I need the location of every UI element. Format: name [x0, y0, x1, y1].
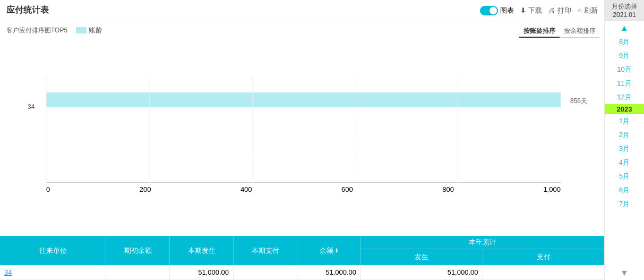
sidebar-month-12[interactable]: 12月 — [605, 90, 644, 104]
td-pay — [234, 265, 297, 279]
th-year-pay: 支付 — [483, 249, 605, 265]
download-label: 下载 — [528, 6, 542, 15]
sidebar-month-1[interactable]: 1月 — [605, 114, 644, 128]
sidebar-month-7[interactable]: 7月 — [605, 197, 644, 211]
table-row: 34 51,000.00 51,000.00 51,00 — [0, 265, 604, 280]
x-label-200: 200 — [140, 185, 151, 193]
td-year-pay — [483, 265, 605, 279]
toggle-switch[interactable] — [480, 6, 498, 15]
grid-line-400 — [252, 77, 253, 183]
sidebar-month-2[interactable]: 2月 — [605, 128, 644, 142]
grid-line-800 — [458, 77, 458, 183]
print-button[interactable]: 🖨 打印 — [548, 6, 571, 15]
sort-tab-balance[interactable]: 按余额排序 — [560, 26, 600, 38]
legend-age-color — [76, 27, 87, 33]
td-period — [106, 265, 170, 279]
sidebar-months: 8月 9月 10月 11月 12月 2023 1月 2月 3月 4月 5月 6月… — [605, 35, 644, 211]
bar-y-label: 34 — [28, 103, 35, 111]
sidebar-month-10[interactable]: 10月 — [605, 63, 644, 77]
th-year-header: 本年累计 — [361, 236, 604, 249]
th-year-subs: 发生 支付 — [361, 249, 604, 265]
download-icon: ⬇ — [520, 6, 526, 14]
sidebar-month-9[interactable]: 9月 — [605, 49, 644, 63]
sidebar-month-3[interactable]: 3月 — [605, 142, 644, 156]
x-label-400: 400 — [241, 185, 252, 193]
x-label-1000: 1,000 — [543, 185, 561, 193]
chart-area: 34 856天 0 200 400 600 800 1,000 — [12, 39, 593, 199]
sort-tabs: 按账龄排序 按余额排序 — [519, 26, 600, 38]
sidebar-month-8[interactable]: 8月 — [605, 35, 644, 49]
balance-sort-icon: ⬇ — [334, 248, 339, 253]
th-pay: 本期支付 — [234, 236, 297, 265]
x-label-800: 800 — [442, 185, 454, 193]
page-title: 应付统计表 — [6, 5, 49, 16]
chart-toggle[interactable]: 图表 — [480, 6, 514, 15]
chart-section: 客户应付排序图TOP5 账龄 按账龄排序 按余额排序 34 856天 — [0, 21, 604, 280]
refresh-button[interactable]: ○ 刷新 — [578, 6, 598, 15]
th-year-occur: 发生 — [361, 249, 483, 265]
sidebar-month-6[interactable]: 6月 — [605, 183, 644, 197]
td-balance: 51,000.00 — [297, 265, 361, 279]
chart-legend-title: 客户应付排序图TOP5 — [6, 26, 67, 35]
print-label: 打印 — [557, 6, 571, 15]
scroll-down-button[interactable]: ▼ — [605, 266, 644, 280]
sidebar-year-label: 2023 — [605, 104, 644, 114]
legend-age-item: 账龄 — [76, 26, 102, 35]
sidebar-title: 月份选择 — [612, 2, 637, 11]
sidebar-month-11[interactable]: 11月 — [605, 77, 644, 90]
th-period: 期初余额 — [106, 236, 170, 265]
scroll-up-button[interactable]: ▲ — [605, 21, 644, 35]
sidebar-date: 2021.01 — [612, 11, 637, 19]
print-icon: 🖨 — [548, 6, 555, 14]
td-year-occur: 51,000.00 — [361, 265, 483, 279]
td-occur: 51,000.00 — [170, 265, 234, 279]
grid-lines — [46, 77, 561, 183]
th-year-group: 本年累计 发生 支付 — [361, 236, 604, 265]
chart-legend: 客户应付排序图TOP5 账龄 — [6, 26, 598, 35]
td-unit[interactable]: 34 — [0, 265, 106, 279]
table-header: 往来单位 期初余额 本期发生 本期支付 余额 ⬇ — [0, 236, 604, 265]
th-occur: 本期发生 — [170, 236, 234, 265]
th-balance: 余额 ⬇ — [297, 236, 361, 265]
sidebar-month-4[interactable]: 4月 — [605, 156, 644, 169]
legend-age-label: 账龄 — [89, 26, 102, 35]
sidebar-header: 月份选择 2021.01 — [605, 0, 644, 21]
sidebar: 月份选择 2021.01 ▲ 8月 9月 10月 11月 12月 2023 1月… — [604, 0, 644, 280]
bar-value: 856天 — [570, 97, 587, 106]
sidebar-month-5[interactable]: 5月 — [605, 169, 644, 183]
x-label-600: 600 — [341, 185, 353, 193]
sort-tab-age[interactable]: 按账龄排序 — [519, 26, 560, 38]
download-button[interactable]: ⬇ 下载 — [520, 6, 542, 15]
x-axis: 0 200 400 600 800 1,000 — [46, 185, 561, 193]
th-unit: 往来单位 — [0, 236, 106, 265]
header-actions: 图表 ⬇ 下载 🖨 打印 ○ 刷新 — [480, 6, 598, 15]
page-header: 应付统计表 图表 ⬇ 下载 🖨 打印 ○ 刷新 — [0, 0, 604, 21]
refresh-label: 刷新 — [584, 6, 598, 15]
toggle-label: 图表 — [500, 6, 514, 15]
grid-line-600 — [355, 77, 355, 183]
table-section: 往来单位 期初余额 本期发生 本期支付 余额 ⬇ — [0, 236, 604, 280]
x-label-0: 0 — [46, 185, 50, 193]
grid-line-200 — [149, 77, 150, 183]
grid-line-0 — [46, 77, 47, 183]
refresh-icon: ○ — [578, 6, 582, 14]
